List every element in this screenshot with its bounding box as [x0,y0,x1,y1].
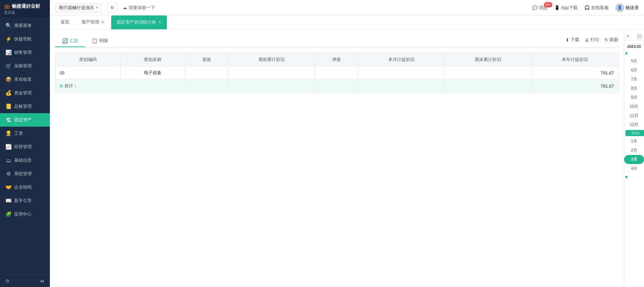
sidebar-label-2: 销售管理 [14,50,32,56]
year-2023-label: 2023 [625,130,644,136]
sidebar-item-库存核算[interactable]: 📦 库存核算 [0,73,50,86]
sidebar-item-工资[interactable]: 👷 工资 [0,127,50,140]
col-header-initial-accumulated: 期初累计折旧 [228,53,315,66]
cloud-icon: ☁ [123,5,127,10]
sidebar-icon-3: 🛒 [5,63,11,69]
sidebar-icon-7: 🏗 [5,117,11,123]
sidebar-item-快捷导航[interactable]: ⚡ 快捷导航 [0,32,50,46]
month-4[interactable]: 4月 [624,164,644,173]
month-9[interactable]: 9月 [624,93,644,102]
sidebar-label-9: 经营管理 [14,144,32,150]
avatar: 👤 [615,3,624,12]
logo-badge: 普及版 [4,10,15,15]
sidebar-item-总账管理[interactable]: 📒 总账管理 [0,100,50,113]
month-10[interactable]: 10月 [624,102,644,111]
aggregate-icon: ⊞ [60,84,63,88]
panel-expand-icon[interactable]: ⬜ [637,34,642,39]
sidebar-label-8: 工资 [14,130,23,136]
page-content: 🔄 汇总 📋 明细 ⬇ 下载 🖨 打印 [50,30,624,287]
tab-fixed-assets-depreciation[interactable]: 固定资产折旧统计表 ✕ [111,15,167,29]
message-badge: 99+ [544,2,552,7]
service-label: 在线客服 [591,5,609,11]
col-header-name: 类别名称 [120,53,185,66]
scroll-up-icon[interactable]: ▲ [624,50,644,55]
sidebar-label-1: 快捷导航 [14,36,32,42]
subtotal-label: ⊞合计： [56,79,185,93]
download-label: 下载 [571,37,579,43]
service-button[interactable]: 🎧 在线客服 [584,5,609,11]
sidebar-item-固定资产[interactable]: 🏗 固定资产 [0,113,50,127]
scroll-down-icon[interactable]: ▼ [624,174,644,180]
tabbar: 首页 资产管理 ✕ 固定资产折旧统计表 ✕ [50,15,644,30]
collapse-icon[interactable]: ⏮ [40,278,44,284]
print-button[interactable]: 🖨 打印 [585,37,599,43]
month-3-selected[interactable]: 3月 [624,155,644,164]
sidebar-label-10: 基础信息 [14,157,32,163]
sidebar-label-5: 资金管理 [14,90,32,96]
sidebar-icon-5: 💰 [5,90,11,96]
date-scroll[interactable]: 2023.03 ▲ 5月 6月 7月 8月 9月 10月 11月 12月 202… [624,43,644,284]
month-6[interactable]: 6月 [624,66,644,75]
cell-annual: 791.67 [531,66,618,79]
sidebar-label-12: 企业协同 [14,184,32,190]
main-content: 医疗器械行业演示 ▾ ⚙ ☁ 我要体验一下 💬 消息 99+ 📱 App下载 🎧… [50,0,644,287]
message-button[interactable]: 💬 消息 99+ [532,5,548,11]
tab-home[interactable]: 首页 [55,15,75,29]
sidebar-label-3: 采购管理 [14,63,32,69]
panel-close-icon[interactable]: ✕ [626,34,630,39]
sidebar-icon-2: 📊 [5,50,11,56]
cell-net-value [315,66,358,79]
download-button[interactable]: ⬇ 下载 [565,37,579,43]
topbar-settings-button[interactable]: ⚙ [107,3,117,13]
sidebar-icon-9: 📈 [5,144,11,150]
col-header-annual: 本年计提折旧 [531,53,618,66]
experience-button[interactable]: ☁ 我要体验一下 [123,5,155,11]
month-5[interactable]: 5月 [624,57,644,66]
sidebar-item-基础信息[interactable]: 🗂 基础信息 [0,154,50,167]
cell-initial-accumulated [228,66,315,79]
sidebar-label-0: 搜索菜单 [14,23,32,29]
tab-fixed-assets-depreciation-label: 固定资产折旧统计表 [117,19,156,25]
company-selector[interactable]: 医疗器械行业演示 ▾ [55,3,102,12]
headset-icon: 🎧 [584,5,590,10]
refresh-icon: ↻ [605,37,608,42]
sidebar-item-采购管理[interactable]: 🛒 采购管理 [0,59,50,73]
month-2[interactable]: 2月 [624,146,644,155]
sidebar-item-应用中心[interactable]: 🧩 应用中心 [0,208,50,221]
sub-tab-detail[interactable]: 📋 明细 [85,35,115,47]
app-download-button[interactable]: 📱 App下载 [554,5,578,11]
sidebar-item-经营管理[interactable]: 📈 经营管理 [0,140,50,154]
summary-icon: 🔄 [62,38,68,43]
tab-asset-management-close[interactable]: ✕ [101,20,104,25]
col-header-monthly: 本月计提折旧 [358,53,445,66]
month-1[interactable]: 1月 [624,137,644,146]
month-8[interactable]: 8月 [624,84,644,93]
user-area[interactable]: 👤 畅捷通 [615,3,639,12]
date-navigator-panel: ✕ ⬜ 2023.03 ▲ 5月 6月 7月 8月 9月 10月 11月 12月… [624,30,644,287]
refresh-button[interactable]: ↻ 刷新 [605,37,618,43]
sidebar-label-11: 系统管理 [14,171,32,177]
app-download-label: App下载 [561,5,578,11]
settings-footer-icon[interactable]: ⚙ [5,278,10,284]
tab-asset-management[interactable]: 资产管理 ✕ [76,15,110,29]
sidebar-label-6: 总账管理 [14,103,32,109]
col-header-net-value: 净值 [315,53,358,66]
table-row: 05 电子设备 791.67 [56,66,618,79]
sidebar-item-企业协同[interactable]: 🤝 企业协同 [0,181,50,194]
sidebar-item-资金管理[interactable]: 💰 资金管理 [0,86,50,100]
month-7[interactable]: 7月 [624,75,644,84]
sidebar-item-新手引导[interactable]: 📖 新手引导 [0,194,50,208]
month-12[interactable]: 12月 [624,120,644,129]
tab-fixed-assets-depreciation-close[interactable]: ✕ [158,20,161,25]
sidebar-item-销售管理[interactable]: 📊 销售管理 [0,46,50,59]
sidebar-icon-11: ⚙ [5,171,11,177]
sidebar-footer: ⚙ ⏮ [0,275,50,287]
sidebar-item-搜索菜单[interactable]: 🔍 搜索菜单 [0,19,50,32]
sub-tab-summary[interactable]: 🔄 汇总 [55,35,85,47]
month-11[interactable]: 11月 [624,111,644,120]
topbar: 医疗器械行业演示 ▾ ⚙ ☁ 我要体验一下 💬 消息 99+ 📱 App下载 🎧… [50,0,644,15]
sidebar-icon-1: ⚡ [5,36,11,42]
sidebar-item-系统管理[interactable]: ⚙ 系统管理 [0,167,50,181]
cell-monthly [358,66,445,79]
cell-code: 05 [56,66,121,79]
